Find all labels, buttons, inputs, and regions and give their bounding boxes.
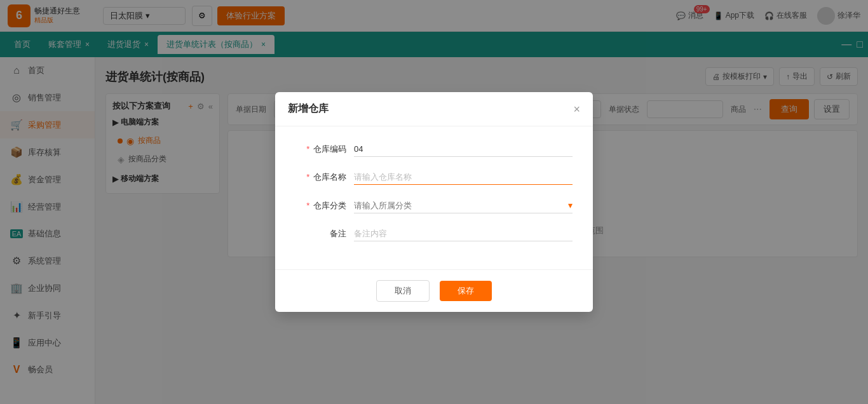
code-required: *	[306, 144, 309, 154]
cancel-button[interactable]: 取消	[376, 280, 430, 302]
new-warehouse-dialog: 新增仓库 × * 仓库编码 * 仓库名称	[275, 92, 593, 312]
remark-input[interactable]	[354, 226, 573, 241]
category-dropdown-arrow: ▾	[568, 200, 573, 210]
category-select[interactable]: ▾	[354, 198, 573, 213]
category-input[interactable]	[354, 201, 568, 210]
code-input[interactable]	[354, 142, 573, 157]
name-input[interactable]	[354, 170, 573, 185]
dialog-footer: 取消 保存	[275, 269, 593, 312]
form-row-remark: 备注	[295, 226, 573, 241]
dialog-close-button[interactable]: ×	[573, 104, 580, 115]
form-row-name: * 仓库名称	[295, 170, 573, 185]
dialog-overlay: 新增仓库 × * 仓库编码 * 仓库名称	[0, 0, 868, 404]
form-row-code: * 仓库编码	[295, 142, 573, 157]
category-label: * 仓库分类	[295, 200, 346, 212]
dialog-body: * 仓库编码 * 仓库名称 * 仓库分类	[275, 126, 593, 269]
code-label: * 仓库编码	[295, 144, 346, 155]
name-required: *	[306, 172, 309, 182]
category-required: *	[306, 201, 309, 210]
form-row-category: * 仓库分类 ▾	[295, 198, 573, 213]
save-button[interactable]: 保存	[440, 281, 492, 301]
dialog-title: 新增仓库	[288, 102, 329, 116]
name-label: * 仓库名称	[295, 172, 346, 183]
remark-label: 备注	[295, 228, 346, 239]
dialog-header: 新增仓库 ×	[275, 92, 593, 126]
